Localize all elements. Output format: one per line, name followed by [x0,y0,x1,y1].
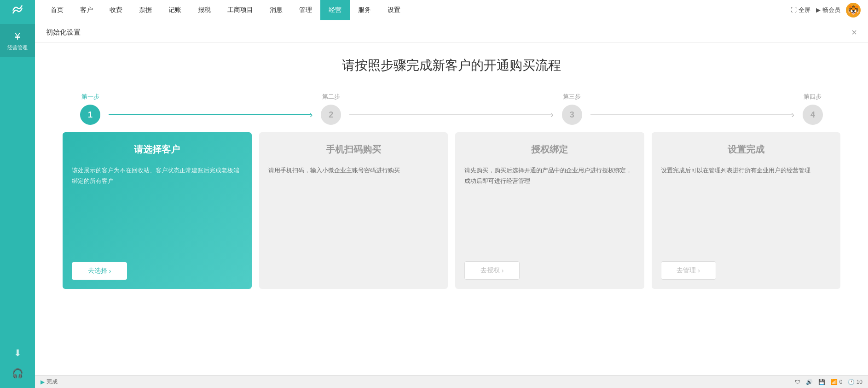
step-4-circle: 4 [803,105,823,125]
status-label: 完成 [46,378,58,386]
main-content: 初始化设置 × 请按照步骤完成新客户的开通购买流程 第一步 1 › [35,20,868,388]
play-icon: ▶ [816,6,821,13]
bottom-bar-right: 🛡 🔊 💾 📶 0 🕐 10 [795,379,862,385]
step-4-btn-arrow: › [698,267,700,274]
bottom-bar: ▶ 完成 🛡 🔊 💾 📶 0 🕐 10 [35,375,868,388]
step-4-btn: 去管理 › [661,261,716,280]
user-avatar[interactable]: 🐯 [846,3,861,18]
clock-status: 🕐 10 [848,379,862,385]
sidebar: ¥ 经营管理 ⬇ 🎧 [0,20,35,388]
page-header: 初始化设置 × [35,20,868,43]
step-2-card-desc: 请用手机扫码，输入小微企业主账号密码进行购买 [268,165,439,272]
step-4-card-title: 设置完成 [661,143,832,156]
step-3-card-title: 授权绑定 [464,143,635,156]
nav-item-manage[interactable]: 管理 [291,0,320,20]
step-1-btn[interactable]: 去选择 › [72,262,127,280]
sidebar-bottom: ⬇ 🎧 [8,344,27,388]
headset-icon[interactable]: 🎧 [8,364,27,382]
fullscreen-btn[interactable]: ⛶ 全屏 [791,6,810,14]
step-1-btn-arrow: › [109,267,111,275]
connector-3: › [590,93,794,120]
yen-icon: ¥ [15,30,20,42]
app-logo [0,0,35,20]
nav-item-account[interactable]: 记账 [160,0,190,20]
step-1-btn-label: 去选择 [88,267,107,275]
nav-item-fee[interactable]: 收费 [101,0,131,20]
step-card-3: 授权绑定 请先购买，购买后选择开通的产品中的企业用户进行授权绑定，成功后即可进行… [455,132,644,289]
fullscreen-label: 全屏 [799,6,810,14]
step-1-indicator: 第一步 1 [72,93,109,125]
volume-icon: 🔊 [806,379,813,385]
step-3-indicator: 第三步 3 [554,93,590,125]
step-1-label: 第一步 [81,93,99,101]
step-card-4: 设置完成 设置完成后可以在管理列表进行所有企业用户的经营管理 去管理 › [652,132,841,289]
step-1-card-title: 请选择客户 [72,143,243,156]
step-2-indicator: 第二步 2 [312,93,349,125]
step-3-circle: 3 [562,105,582,125]
close-button[interactable]: × [851,28,857,37]
vip-label: 畅会员 [822,6,840,14]
nav-item-customer[interactable]: 客户 [72,0,101,20]
step-3-card-desc: 请先购买，购买后选择开通的产品中的企业用户进行授权绑定，成功后即可进行经营管理 [464,165,635,254]
step-3-btn-label: 去授权 [480,266,500,275]
nav-items: 首页 客户 收费 票据 记账 报税 工商项目 消息 管理 经营 服务 设置 [42,0,791,20]
step-1-circle: 1 [80,105,100,125]
connector-2: › [349,93,553,120]
play-icon-bottom: ▶ [41,379,45,385]
nav-item-biz[interactable]: 经营 [320,0,350,20]
step-2-label: 第二步 [322,93,340,101]
step-3-btn-arrow: › [502,267,504,274]
wizard-container: 请按照步骤完成新客户的开通购买流程 第一步 1 › 第二步 [35,43,868,375]
step-card-2: 手机扫码购买 请用手机扫码，输入小微企业主账号密码进行购买 [259,132,448,289]
step-4-card-footer: 去管理 › [661,254,832,280]
nav-item-bizproject[interactable]: 工商项目 [219,0,261,20]
bottom-play: ▶ 完成 [41,378,58,386]
nav-item-settings[interactable]: 设置 [379,0,409,20]
save-icon: 💾 [818,379,825,385]
sidebar-item-label: 经营管理 [7,44,28,51]
top-nav: 首页 客户 收费 票据 记账 报税 工商项目 消息 管理 经营 服务 设置 ⛶ … [0,0,868,20]
nav-item-service[interactable]: 服务 [350,0,379,20]
step-2-circle: 2 [321,105,341,125]
step-2-card-footer [268,272,439,280]
download-icon[interactable]: ⬇ [8,344,27,362]
nav-item-message[interactable]: 消息 [261,0,291,20]
nav-right: ⛶ 全屏 ▶ 畅会员 🐯 [791,3,861,18]
step-4-card-desc: 设置完成后可以在管理列表进行所有企业用户的经营管理 [661,165,832,254]
step-1-card-desc: 该处展示的客户为不在回收站、客户状态正常建账后完成老板端绑定的所有客户 [72,165,243,255]
nav-item-invoice[interactable]: 票据 [131,0,160,20]
step-4-indicator: 第四步 4 [794,93,831,125]
connector-1: › [109,93,312,120]
step-card-1: 请选择客户 该处展示的客户为不在回收站、客户状态正常建账后完成老板端绑定的所有客… [63,132,252,289]
fullscreen-icon: ⛶ [791,6,797,13]
step-4-btn-label: 去管理 [677,266,696,275]
step-3-card-footer: 去授权 › [464,254,635,280]
nav-item-home[interactable]: 首页 [42,0,72,20]
step-3-btn: 去授权 › [464,261,520,280]
sidebar-item-biz[interactable]: ¥ 经营管理 [0,24,35,57]
page-title: 初始化设置 [46,28,81,37]
step-1-card-footer: 去选择 › [72,255,243,280]
step-4-label: 第四步 [804,93,822,101]
network-status: 📶 0 [831,379,842,385]
nav-item-tax[interactable]: 报税 [190,0,219,20]
shield-icon: 🛡 [795,379,800,385]
step-cards: 请选择客户 该处展示的客户为不在回收站、客户状态正常建账后完成老板端绑定的所有客… [63,132,840,289]
vip-btn[interactable]: ▶ 畅会员 [816,6,840,14]
step-2-card-title: 手机扫码购买 [268,143,439,156]
step-3-label: 第三步 [563,93,581,101]
wizard-headline: 请按照步骤完成新客户的开通购买流程 [63,57,840,74]
